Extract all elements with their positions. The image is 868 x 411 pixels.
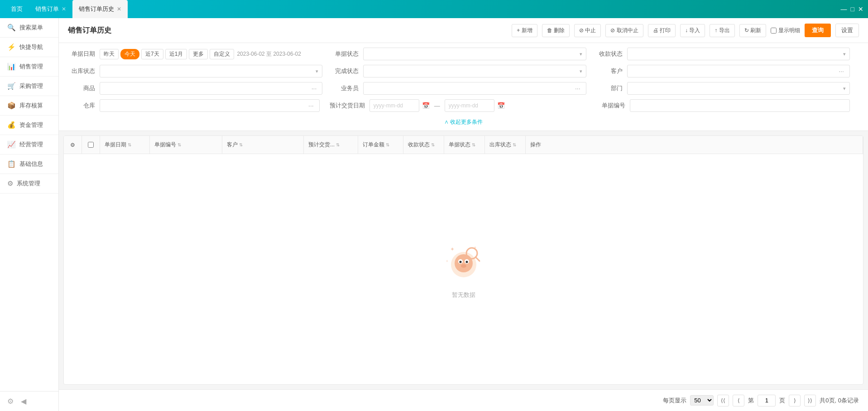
page-number-input[interactable] [758, 395, 776, 406]
total-records-text: 共0页, 0条记录 [820, 396, 859, 405]
th-setting[interactable]: ⚙ [64, 136, 82, 154]
page-header: 销售订单历史 + 新增 🗑 删除 ⊘ 中止 ⊘ 取消中止 🖨 打印 ↓ 导入 ↑… [59, 18, 868, 43]
department-control: ▾ [627, 82, 850, 95]
sidebar-item-sales-mgmt[interactable]: 📊 销售管理 [0, 57, 58, 77]
display-detail-checkbox[interactable]: 显示明细 [771, 27, 800, 34]
date-filter-control: 昨天 今天 近7天 近1月 更多 自定义 2023-06-02 至 2023-0… [100, 49, 322, 59]
payment-status-select[interactable]: ▾ [627, 48, 850, 60]
sidebar-item-finance[interactable]: 💰 资金管理 [0, 116, 58, 135]
collapse-text: ∧ 收起更多条件 [444, 118, 483, 126]
page-size-select[interactable]: 50 20 100 200 [690, 395, 714, 406]
sidebar-item-system-mgmt[interactable]: ⚙ 系统管理 [0, 174, 58, 193]
content-area: 销售订单历史 + 新增 🗑 删除 ⊘ 中止 ⊘ 取消中止 🖨 打印 ↓ 导入 ↑… [59, 18, 868, 411]
print-button[interactable]: 🖨 打印 [648, 24, 676, 37]
delivery-end-input[interactable]: yyyy-mm-dd [445, 99, 494, 112]
complete-select[interactable]: ▾ [363, 65, 586, 77]
date-btn-yesterday[interactable]: 昨天 [100, 49, 119, 59]
sidebar-item-basic-info[interactable]: 📋 基础信息 [0, 155, 58, 174]
stock-out-select[interactable]: ▾ [100, 65, 322, 77]
date-btn-today[interactable]: 今天 [120, 49, 139, 59]
th-customer[interactable]: 客户 ⇅ [222, 136, 304, 154]
export-button[interactable]: ↑ 导出 [710, 24, 734, 37]
first-page-button[interactable]: ⟨⟨ [717, 395, 729, 406]
delivery-start-input[interactable]: yyyy-mm-dd [369, 99, 419, 112]
refresh-button[interactable]: ↻ 刷新 [739, 24, 766, 37]
product-label: 商品 [68, 84, 100, 92]
sidebar-item-search-menu[interactable]: 🔍 搜索菜单 [0, 18, 58, 38]
th-date[interactable]: 单据日期 ⇅ [100, 136, 150, 154]
finance-icon: 💰 [7, 121, 16, 129]
complete-control: ▾ [363, 65, 586, 77]
sidebar-item-purchase-mgmt[interactable]: 🛒 采购管理 [0, 77, 58, 96]
window-controls: — □ ✕ [841, 5, 863, 13]
svg-line-8 [475, 257, 480, 261]
th-amount[interactable]: 订单金额 ⇅ [358, 136, 403, 154]
new-button[interactable]: + 新增 [512, 24, 537, 37]
tab-sales-order[interactable]: 销售订单 ✕ [29, 0, 72, 18]
sidebar-bottom: ⚙ ◀ [0, 391, 58, 411]
sidebar-item-quick-nav[interactable]: ⚡ 快捷导航 [0, 38, 58, 57]
order-no-label: 单据编号 [598, 102, 630, 110]
import-button[interactable]: ↓ 导入 [680, 24, 705, 37]
warehouse-select[interactable]: ··· [100, 99, 320, 112]
product-ellipsis-icon[interactable]: ··· [310, 85, 319, 92]
salesperson-ellipsis-icon[interactable]: ··· [573, 85, 582, 92]
select-all-checkbox[interactable] [88, 142, 94, 148]
last-page-button[interactable]: ⟩⟩ [804, 395, 816, 406]
warehouse-control: ··· [100, 99, 320, 112]
warehouse-ellipsis-icon[interactable]: ··· [307, 102, 316, 109]
page-label-pre: 第 [748, 396, 754, 405]
tab-sales-order-history[interactable]: 销售订单历史 ✕ [72, 0, 128, 18]
sidebar-item-inventory[interactable]: 📦 库存核算 [0, 96, 58, 116]
th-stock-status[interactable]: 出库状态 ⇅ [485, 136, 526, 154]
sort-icon-no: ⇅ [177, 142, 181, 147]
delete-button[interactable]: 🗑 删除 [542, 24, 570, 37]
cancel-stop-button[interactable]: ⊘ 取消中止 [605, 24, 643, 37]
product-select[interactable]: ··· [100, 82, 322, 95]
customer-select[interactable]: ··· [627, 65, 850, 77]
calendar-icon-end[interactable]: 📅 [497, 102, 505, 109]
customer-ellipsis-icon[interactable]: ··· [837, 68, 846, 75]
sidebar-collapse-icon[interactable]: ◀ [21, 397, 26, 406]
date-btn-7days[interactable]: 近7天 [141, 49, 163, 59]
th-no[interactable]: 单据编号 ⇅ [150, 136, 222, 154]
tab-sales-order-history-close[interactable]: ✕ [117, 6, 121, 12]
minimize-button[interactable]: — [841, 5, 847, 13]
settings-button[interactable]: 设置 [835, 24, 859, 37]
prev-page-button[interactable]: ⟨ [733, 395, 744, 406]
sort-icon-date: ⇅ [128, 142, 131, 147]
tab-sales-order-close[interactable]: ✕ [62, 6, 66, 12]
svg-text:✦: ✦ [446, 259, 449, 263]
order-status-select[interactable]: ▾ [363, 48, 586, 60]
expand-button[interactable]: □ [851, 5, 854, 13]
date-btn-1month[interactable]: 近1月 [165, 49, 187, 59]
salesperson-select[interactable]: ··· [363, 82, 586, 95]
query-button[interactable]: 查询 [805, 24, 831, 37]
sidebar-item-operations[interactable]: 📈 经营管理 [0, 135, 58, 155]
department-select[interactable]: ▾ [627, 82, 850, 95]
svg-point-1 [455, 254, 473, 272]
chevron-down-icon-4: ▾ [580, 68, 582, 74]
calendar-icon-start[interactable]: 📅 [422, 102, 430, 109]
th-checkbox[interactable] [82, 136, 100, 154]
tab-home[interactable]: 首页 [5, 0, 29, 18]
date-btn-more[interactable]: 更多 [189, 49, 208, 59]
stop-button[interactable]: ⊘ 中止 [574, 24, 601, 37]
order-no-input[interactable] [630, 99, 850, 112]
top-bar: 首页 销售订单 ✕ 销售订单历史 ✕ — □ ✕ [0, 0, 868, 18]
product-control: ··· [100, 82, 322, 95]
stock-out-control: ▾ [100, 65, 322, 77]
next-page-button[interactable]: ⟩ [789, 395, 801, 406]
sort-icon-pay-status: ⇅ [431, 142, 435, 147]
th-order-status[interactable]: 单据状态 ⇅ [444, 136, 485, 154]
delivery-date-control: yyyy-mm-dd 📅 — yyyy-mm-dd 📅 [369, 99, 590, 112]
date-label: 单据日期 [68, 50, 100, 58]
sidebar-settings-icon[interactable]: ⚙ [7, 397, 14, 406]
th-delivery[interactable]: 预计交货... ⇅ [304, 136, 358, 154]
th-pay-status[interactable]: 收款状态 ⇅ [403, 136, 444, 154]
filter-row-3: 商品 ··· 业务员 ··· 部门 ▾ [68, 82, 859, 95]
date-btn-custom[interactable]: 自定义 [210, 49, 234, 59]
collapse-row[interactable]: ∧ 收起更多条件 [68, 116, 859, 126]
close-button[interactable]: ✕ [858, 5, 863, 13]
purchase-icon: 🛒 [7, 82, 16, 90]
